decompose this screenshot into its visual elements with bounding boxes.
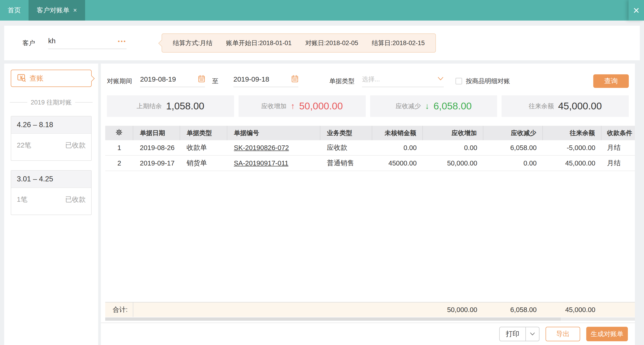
period-count: 1笔	[17, 195, 27, 204]
generate-statement-button[interactable]: 生成对账单	[586, 327, 628, 341]
table-row[interactable]: 1 2019-08-26 收款单 SK-20190826-072 应收款 0.0…	[105, 140, 635, 156]
row-unsettled-amount: 0.00	[372, 144, 423, 152]
tab-customer-statement[interactable]: 客户对账单 ×	[28, 0, 85, 20]
customer-label: 客户	[22, 39, 35, 47]
settlement-date: 结算日:2018-02-15	[372, 39, 425, 47]
chevron-down-icon	[437, 77, 444, 82]
date-range-to-label: 至	[212, 77, 218, 85]
horizontal-scrollbar[interactable]	[105, 318, 635, 321]
header-receivable-decrease: 应收减少	[483, 126, 543, 140]
period-card[interactable]: 4.26 – 8.18 22笔 已收款	[11, 116, 92, 161]
summary-label: 应收减少	[396, 102, 421, 110]
tab-close-icon[interactable]: ×	[73, 7, 77, 14]
check-account-icon	[17, 73, 26, 83]
export-button[interactable]: 导出	[546, 327, 580, 341]
row-receivable-decrease: 0.00	[483, 159, 543, 167]
header-doc-type: 单据类型	[180, 126, 227, 140]
calendar-icon[interactable]	[198, 75, 205, 83]
bill-start-date: 账单开始日:2018-01-01	[226, 39, 292, 47]
customer-value: kh	[48, 37, 56, 45]
summary-card-receivable-increase: 应收增加 ↑ 50,000.00	[238, 95, 366, 117]
row-doc-date: 2019-09-17	[133, 159, 180, 167]
scrollbar-thumb[interactable]	[105, 318, 561, 321]
divider-line	[75, 102, 92, 103]
close-icon: ×	[633, 4, 640, 16]
detail-checkbox-label: 按商品明细对账	[466, 77, 510, 85]
doc-type-placeholder: 选择...	[362, 75, 380, 83]
arrow-down-icon: ↓	[425, 101, 429, 111]
period-range: 3.01 – 4.25	[11, 171, 91, 188]
calendar-icon[interactable]	[291, 75, 298, 83]
summary-value: 6,058.00	[434, 100, 472, 112]
print-split-button[interactable]: 打印	[499, 327, 540, 341]
row-index: 2	[105, 159, 133, 167]
summary-value: 1,058.00	[166, 100, 204, 112]
table-total-row: 合计: 50,000.00 6,058.00 45,000.00	[105, 302, 635, 317]
total-label: 合计:	[105, 303, 133, 317]
doc-type-label: 单据类型	[329, 77, 354, 85]
bubble-tail	[158, 40, 165, 46]
header-unsettled-amount: 未核销金额	[372, 126, 423, 140]
row-biz-type: 应收款	[320, 143, 372, 152]
past-periods-title: 2019 往期对账	[31, 98, 72, 107]
summary-card-previous-balance: 上期结余 1,058.00	[107, 95, 234, 117]
total-receivable-increase: 50,000.00	[423, 306, 483, 314]
period-count: 22笔	[17, 141, 31, 150]
customer-input[interactable]: kh •••	[48, 37, 126, 49]
date-from-value: 2019-08-19	[140, 75, 176, 83]
detail-checkbox[interactable]	[456, 78, 462, 84]
header-receivable-increase: 应收增加	[423, 126, 483, 140]
header-payment-terms: 收款条件	[602, 126, 635, 140]
past-periods-section-header: 2019 往期对账	[10, 98, 92, 107]
tab-home[interactable]: 首页	[0, 0, 28, 20]
row-biz-type: 普通销售	[320, 158, 372, 168]
summary-card-receivable-decrease: 应收减少 ↓ 6,058.00	[370, 95, 498, 117]
row-index: 1	[105, 144, 133, 152]
row-payment-terms: 月结	[602, 143, 635, 152]
row-payment-terms: 月结	[602, 158, 635, 168]
button-arrow-tail	[89, 75, 94, 81]
customer-picker-dots-icon[interactable]: •••	[118, 38, 126, 45]
row-unsettled-amount: 45000.00	[372, 159, 423, 167]
settlement-method: 结算方式:月结	[173, 39, 212, 47]
statement-table: 单据日期 单据类型 单据编号 业务类型 未核销金额 应收增加 应收减少 往来余额…	[105, 126, 635, 302]
doc-type-select[interactable]: 选择...	[362, 75, 444, 87]
print-dropdown-button[interactable]	[526, 327, 539, 341]
row-receivable-increase: 50,000.00	[423, 159, 483, 167]
row-receivable-decrease: 6,058.00	[483, 144, 543, 152]
header-biz-type: 业务类型	[320, 126, 372, 140]
column-settings-cell	[105, 126, 133, 140]
app-window: 首页 客户对账单 × × 客户 kh ••• 结算方式:月结 账单开始日:201…	[0, 0, 644, 345]
period-card[interactable]: 3.01 – 4.25 1笔 已收款	[11, 170, 92, 215]
summary-label: 往来余额	[529, 102, 554, 110]
detail-checkbox-wrap[interactable]: 按商品明细对账	[456, 77, 510, 85]
period-range: 4.26 – 8.18	[11, 116, 91, 134]
gear-icon[interactable]	[115, 128, 123, 138]
doc-number-link[interactable]: SA-20190917-011	[234, 159, 288, 167]
row-doc-type: 销货单	[180, 158, 227, 168]
table-header-row: 单据日期 单据类型 单据编号 业务类型 未核销金额 应收增加 应收减少 往来余额…	[105, 126, 635, 140]
tab-customer-statement-label: 客户对账单	[37, 6, 70, 15]
table-row[interactable]: 2 2019-09-17 销货单 SA-20190917-011 普通销售 45…	[105, 156, 635, 171]
summary-value: 50,000.00	[299, 100, 343, 112]
row-doc-date: 2019-08-26	[133, 144, 180, 152]
reconcile-date: 对账日:2018-02-05	[305, 39, 358, 47]
query-button[interactable]: 查询	[593, 74, 629, 88]
print-button-label[interactable]: 打印	[500, 327, 526, 341]
header-doc-number: 单据编号	[227, 126, 320, 140]
footer-action-bar: 打印 导出 生成对账单	[101, 323, 635, 345]
row-balance: 45,000.00	[543, 159, 602, 167]
date-to-value: 2019-09-18	[233, 75, 269, 83]
window-close-button[interactable]: ×	[628, 0, 644, 20]
summary-cards: 上期结余 1,058.00 应收增加 ↑ 50,000.00 应收减少 ↓ 6,…	[101, 88, 635, 117]
row-doc-type: 收款单	[180, 143, 227, 152]
tab-home-label: 首页	[8, 6, 21, 15]
doc-number-link[interactable]: SK-20190826-072	[234, 144, 289, 151]
check-account-button[interactable]: 查账	[11, 70, 92, 87]
period-card-body: 1笔 已收款	[11, 188, 91, 215]
period-status: 已收款	[65, 141, 86, 150]
divider-line	[10, 102, 27, 103]
date-from-input[interactable]: 2019-08-19	[140, 75, 205, 87]
date-to-input[interactable]: 2019-09-18	[233, 75, 298, 87]
summary-label: 上期结余	[136, 102, 162, 110]
